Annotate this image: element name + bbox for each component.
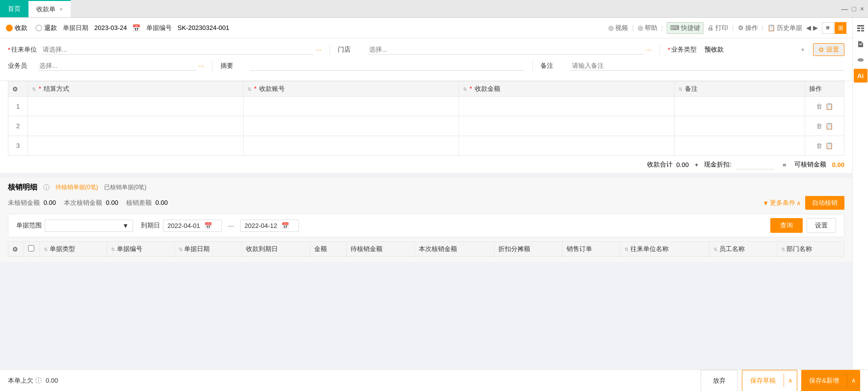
calendar-end-icon: 📅	[281, 222, 289, 229]
shortcut-btn[interactable]: ⌨ 快捷键	[667, 22, 704, 34]
row-2-amount[interactable]	[459, 116, 674, 136]
counterpart-more-icon[interactable]: ···	[316, 46, 322, 54]
row-3-settlement[interactable]	[28, 136, 244, 156]
row-2-account[interactable]	[243, 116, 459, 136]
discount-input[interactable]	[735, 160, 775, 169]
auto-verify-button[interactable]: 自动核销	[805, 196, 844, 210]
row-3-account[interactable]	[243, 136, 459, 156]
pending-tab[interactable]: 待核销单据(0笔)	[55, 183, 98, 192]
receipt-radio[interactable]: 收款	[6, 24, 27, 32]
calendar-start-icon: 📅	[204, 222, 212, 229]
svg-rect-3	[857, 30, 860, 31]
tab-close-icon[interactable]: ×	[59, 6, 63, 13]
row-2-delete-icon[interactable]: 🗑	[816, 122, 822, 130]
salesperson-input[interactable]	[37, 61, 196, 71]
grid-view-btn[interactable]: ⊞	[835, 22, 846, 34]
list-view-btn[interactable]: ≡	[822, 22, 834, 34]
shortcut-icon: ⌨	[670, 24, 679, 31]
form-divider4	[532, 60, 533, 72]
operation-btn[interactable]: ⚙ 操作	[738, 24, 758, 32]
row-3-amount[interactable]	[459, 136, 674, 156]
filter-settings-button[interactable]: 设置	[807, 218, 836, 233]
remark-input[interactable]	[570, 61, 844, 71]
save-new-main[interactable]: 保存&新增	[801, 373, 847, 388]
settings-label: 设置	[826, 45, 839, 54]
more-conditions-btn[interactable]: ▼ 更多条件 ∧	[762, 198, 801, 207]
due-date-start-input[interactable]: 2022-04-01 📅	[163, 220, 222, 232]
bth-due-date: 收款到期日	[242, 242, 310, 257]
row-3-remark[interactable]	[674, 136, 805, 156]
right-panel-ai-icon[interactable]: Ai	[854, 69, 868, 83]
row-1-copy-icon[interactable]: 📋	[825, 103, 833, 110]
salesperson-more-icon[interactable]: ···	[198, 62, 204, 70]
shop-input[interactable]	[367, 45, 644, 55]
row-3-copy-icon[interactable]: 📋	[825, 142, 833, 149]
toolbar: 收款 退款 单据日期 2023-03-24 📅 单据编号 SK-20230324…	[0, 18, 852, 38]
tab-receipt[interactable]: 收款单 ×	[28, 0, 71, 17]
video-btn[interactable]: ◎ 视频	[608, 24, 628, 32]
footer-right: 放弃 保存草稿 ∧ 保存&新增 ∧	[701, 370, 860, 391]
save-new-arrow[interactable]: ∧	[847, 374, 860, 387]
bth-amount: 金额	[310, 242, 346, 257]
sort-icon-doc-date: ⇅	[179, 247, 183, 252]
right-panel-table-icon[interactable]	[854, 22, 868, 35]
query-button[interactable]: 查询	[770, 218, 803, 233]
table-row: 1 🗑 📋	[8, 97, 844, 116]
prev-btn[interactable]: ◀	[806, 24, 811, 31]
calendar-icon[interactable]: 📅	[132, 24, 140, 32]
verify-info-icon[interactable]: ⓘ	[43, 183, 50, 192]
close-button[interactable]: ×	[860, 5, 864, 13]
business-type-dropdown-icon[interactable]: ▼	[800, 47, 805, 53]
summary-input[interactable]	[250, 61, 524, 71]
history-btn[interactable]: 📋 历史单据	[767, 24, 802, 32]
right-panel-doc-icon[interactable]	[854, 37, 868, 51]
help-btn[interactable]: ◎ 帮助	[638, 24, 657, 32]
table-row: 2 🗑 📋	[8, 116, 844, 136]
range-select[interactable]: ▼	[45, 220, 133, 232]
form-area: * 往来单位 ··· 门店 ··· * 业务类型 预收款 ▼ ⚙	[0, 38, 852, 81]
row-1-delete-icon[interactable]: 🗑	[816, 103, 822, 110]
bth-pending-amount: 待核销金额	[346, 242, 415, 257]
salesperson-field: 业务员 ···	[8, 61, 204, 71]
done-tab[interactable]: 已核销单据(0笔)	[104, 183, 147, 192]
current-value: 0.00	[106, 199, 118, 206]
save-draft-main[interactable]: 保存草稿	[742, 373, 784, 388]
minimize-button[interactable]: —	[841, 5, 848, 13]
row-1-remark[interactable]	[674, 97, 805, 116]
bottom-table-settings-icon[interactable]: ⚙	[12, 246, 18, 253]
right-panel-link-icon[interactable]	[854, 53, 868, 67]
save-draft-button[interactable]: 保存草稿 ∧	[742, 370, 797, 391]
tab-home[interactable]: 首页	[0, 0, 28, 17]
select-all-checkbox[interactable]	[28, 245, 34, 251]
footer-info-icon[interactable]: ⓘ	[35, 376, 42, 385]
shop-field: 门店 ···	[338, 45, 651, 55]
refund-radio[interactable]: 退款	[35, 24, 57, 32]
verify-label: 可核销金额	[794, 160, 826, 169]
row-2-settlement[interactable]	[28, 116, 244, 136]
svg-rect-0	[857, 25, 864, 27]
save-draft-arrow[interactable]: ∧	[784, 374, 797, 387]
unverified-field: 未核销金额 0.00	[8, 198, 56, 207]
row-3-delete-icon[interactable]: 🗑	[816, 142, 822, 149]
counterpart-input[interactable]	[41, 45, 314, 55]
row-1-account[interactable]	[243, 97, 459, 116]
maximize-button[interactable]: □	[852, 5, 856, 13]
shop-more-icon[interactable]: ···	[646, 46, 651, 54]
save-new-button[interactable]: 保存&新增 ∧	[801, 370, 860, 391]
next-btn[interactable]: ▶	[813, 24, 818, 31]
row-2-remark[interactable]	[674, 116, 805, 136]
table-settings-icon[interactable]: ⚙	[12, 85, 18, 93]
footer-info-label: 本单上欠	[8, 376, 33, 385]
total-label: 收款合计	[647, 160, 673, 169]
due-date-end-input[interactable]: 2022-04-12 📅	[240, 220, 299, 232]
row-1-amount[interactable]	[459, 97, 674, 116]
business-type-required: *	[668, 46, 670, 54]
abandon-button[interactable]: 放弃	[701, 370, 738, 391]
settings-button[interactable]: ⚙ 设置	[813, 43, 844, 56]
verify-section: 核销明细 ⓘ 待核销单据(0笔) 已核销单据(0笔) 未核销金额 0.00 本次…	[0, 178, 852, 262]
gear-icon: ⚙	[818, 46, 824, 54]
summary-row: 收款合计 0.00 + 现金折扣: = 可核销金额 0.00	[0, 156, 852, 174]
print-btn[interactable]: 🖨 打印	[707, 24, 728, 32]
row-1-settlement[interactable]	[28, 97, 244, 116]
row-2-copy-icon[interactable]: 📋	[825, 122, 833, 130]
